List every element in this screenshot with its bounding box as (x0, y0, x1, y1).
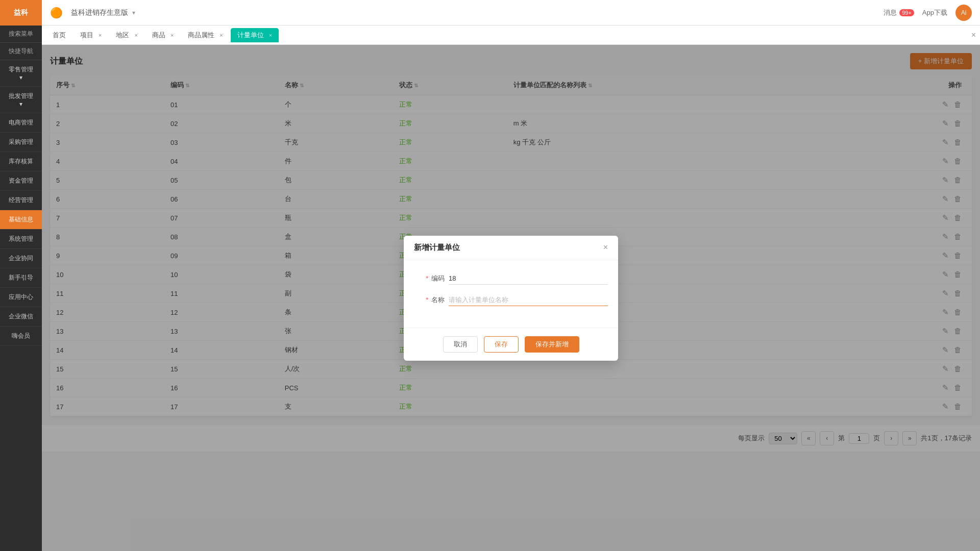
app-download-btn[interactable]: App下载 (922, 8, 947, 17)
sidebar-item-finance[interactable]: 资金管理 (0, 171, 42, 191)
save-and-new-button[interactable]: 保存并新增 (525, 336, 579, 353)
add-unit-modal: 新增计量单位 × * 编码 * 名称 (404, 236, 618, 361)
tab-product-attr-label: 商品属性 (188, 31, 214, 40)
tab-region[interactable]: 地区 × (109, 28, 144, 42)
tab-product-attr[interactable]: 商品属性 × (181, 28, 229, 42)
name-input[interactable] (449, 294, 608, 306)
sidebar-item-retail[interactable]: 零售管理 ▾ (0, 60, 42, 87)
sidebar-item-ecommerce[interactable]: 电商管理 (0, 113, 42, 133)
main-area: 🟠 益科进销存生意版 ▾ 消息 99+ App下载 Ai 首页 项目 × 地区 … (42, 0, 980, 551)
sidebar-item-membership[interactable]: 嗨会员 (0, 327, 42, 346)
save-button[interactable]: 保存 (484, 336, 519, 353)
topbar-arrow: ▾ (132, 9, 135, 16)
topbar: 🟠 益科进销存生意版 ▾ 消息 99+ App下载 Ai (42, 0, 980, 26)
tab-region-label: 地区 (116, 31, 129, 40)
tab-home[interactable]: 首页 (46, 28, 72, 42)
tab-unit-label: 计量单位 (237, 31, 264, 40)
tab-project-close[interactable]: × (99, 32, 102, 38)
sidebar-item-purchase[interactable]: 采购管理 (0, 133, 42, 152)
name-form-row: * 名称 (414, 294, 608, 306)
topbar-logo: 🟠 (50, 7, 63, 19)
notification-label: 消息 (884, 9, 897, 16)
modal-header: 新增计量单位 × (404, 236, 618, 260)
sidebar-logo: 益科 (0, 0, 42, 26)
sidebar-item-app-center[interactable]: 应用中心 (0, 288, 42, 307)
modal-title: 新增计量单位 (414, 243, 460, 253)
tab-product[interactable]: 商品 × (145, 28, 180, 42)
sidebar-item-basic-info[interactable]: 基础信息 (0, 210, 42, 230)
code-required-mark: * (426, 274, 428, 282)
code-form-row: * 编码 (414, 272, 608, 285)
cancel-button[interactable]: 取消 (443, 336, 478, 353)
tab-region-close[interactable]: × (134, 32, 137, 38)
tab-project-label: 项目 (80, 31, 93, 40)
tab-home-label: 首页 (53, 31, 66, 40)
content-area: 计量单位 + 新增计量单位 序号⇅ 编码⇅ 名称⇅ 状态⇅ 计量单位匹配的名称列… (42, 45, 980, 551)
tab-project[interactable]: 项目 × (74, 28, 108, 42)
name-required-mark: * (426, 296, 428, 304)
sidebar-item-operations[interactable]: 经营管理 (0, 191, 42, 210)
modal-body: * 编码 * 名称 (404, 260, 618, 328)
tab-product-attr-close[interactable]: × (219, 32, 223, 38)
sidebar-item-wholesale[interactable]: 批发管理 ▾ (0, 87, 42, 113)
topbar-right: 消息 99+ App下载 Ai (884, 5, 972, 21)
sidebar-item-cooperation[interactable]: 企业协同 (0, 249, 42, 268)
sidebar-item-enterprise[interactable]: 企业微信 (0, 307, 42, 327)
modal-close-button[interactable]: × (603, 243, 608, 252)
sidebar-item-wholesale-label: 批发管理 (2, 92, 40, 101)
notification-badge: 99+ (899, 9, 914, 16)
avatar[interactable]: Ai (955, 5, 972, 21)
topbar-app-name: 益科进销存生意版 (71, 8, 128, 17)
code-label: * 编码 (414, 274, 445, 283)
tabbar: 首页 项目 × 地区 × 商品 × 商品属性 × 计量单位 × × (42, 26, 980, 45)
tab-product-label: 商品 (152, 31, 165, 40)
modal-footer: 取消 保存 保存并新增 (404, 328, 618, 361)
topbar-left: 🟠 益科进销存生意版 ▾ (50, 7, 135, 19)
tab-unit[interactable]: 计量单位 × (231, 28, 279, 42)
tab-product-close[interactable]: × (170, 32, 174, 38)
notification-btn[interactable]: 消息 99+ (884, 8, 914, 17)
chevron-down-icon: ▾ (19, 101, 22, 108)
sidebar-item-inventory[interactable]: 库存核算 (0, 152, 42, 171)
sidebar-item-new-guide[interactable]: 新手引导 (0, 268, 42, 288)
sidebar-item-quick-nav[interactable]: 快捷导航 (0, 43, 42, 60)
tab-unit-close[interactable]: × (269, 32, 272, 38)
code-input[interactable] (449, 272, 608, 285)
sidebar-item-system[interactable]: 系统管理 (0, 230, 42, 249)
chevron-down-icon: ▾ (19, 74, 22, 81)
logo-text: 益科 (14, 8, 28, 17)
modal-overlay: 新增计量单位 × * 编码 * 名称 (42, 45, 980, 551)
name-label: * 名称 (414, 295, 445, 305)
close-all-tabs-btn[interactable]: × (971, 31, 976, 40)
sidebar: 益科 搜索菜单 快捷导航 零售管理 ▾ 批发管理 ▾ 电商管理 采购管理 库存核… (0, 0, 42, 551)
sidebar-item-retail-label: 零售管理 (2, 65, 40, 74)
sidebar-item-search-menu[interactable]: 搜索菜单 (0, 26, 42, 43)
